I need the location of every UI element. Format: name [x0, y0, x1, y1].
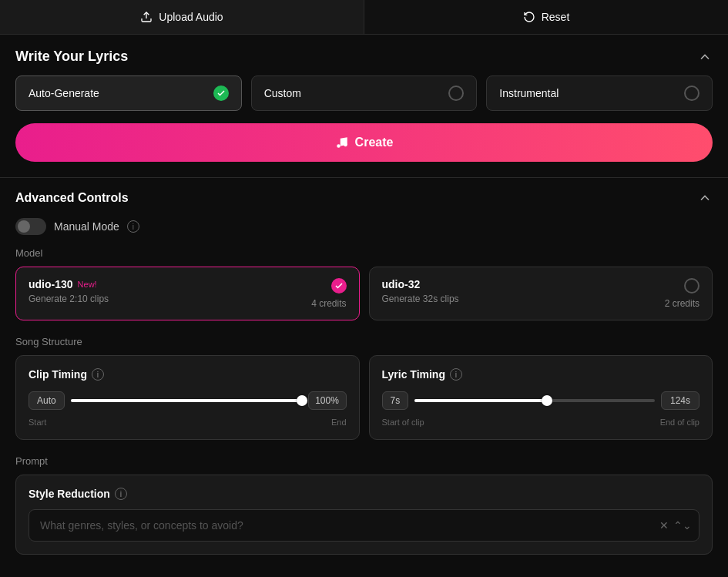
style-reduction-card: Style Reduction i ✕ ⌃⌄ [15, 475, 713, 555]
reset-button[interactable]: Reset [364, 0, 728, 34]
lyric-timing-value: 124s [661, 391, 699, 410]
model-card-right-udio-32: 2 credits [665, 278, 699, 309]
model-credits-udio-130: 4 credits [311, 298, 346, 309]
advanced-collapse-icon[interactable] [697, 190, 713, 206]
manual-mode-label: Manual Mode [54, 220, 119, 233]
advanced-controls-header: Advanced Controls [0, 178, 728, 218]
main-content: Write Your Lyrics Auto-Generate Custom I… [0, 35, 728, 555]
model-info-udio-130: udio-130 New! Generate 2:10 clips [29, 278, 109, 304]
model-check-icon [334, 281, 344, 290]
model-cards: udio-130 New! Generate 2:10 clips 4 cred… [0, 267, 728, 336]
reset-label: Reset [542, 11, 570, 23]
style-reduction-label: Style Reduction [29, 488, 110, 500]
model-credits-udio-32: 2 credits [665, 298, 699, 309]
reset-icon [523, 11, 535, 23]
clear-input-icon[interactable]: ✕ [659, 519, 669, 532]
model-desc-udio-130: Generate 2:10 clips [29, 294, 109, 304]
clip-timing-end-label: End [331, 418, 347, 427]
svg-point-2 [344, 143, 347, 147]
model-radio-udio-32 [684, 278, 699, 294]
advanced-controls-title: Advanced Controls [15, 191, 129, 205]
model-desc-udio-32: Generate 32s clips [382, 294, 459, 304]
music-note-icon [335, 136, 349, 149]
new-badge: New! [78, 280, 97, 289]
clip-timing-label: Clip Timing [29, 368, 87, 381]
upload-icon [140, 11, 153, 23]
check-icon [216, 89, 226, 98]
lyric-timing-end-label: End of clip [660, 418, 699, 427]
style-input-actions: ✕ ⌃⌄ [659, 519, 692, 532]
clip-timing-auto-tag: Auto [29, 391, 65, 410]
collapse-icon[interactable] [697, 49, 713, 65]
lyric-timing-title: Lyric Timing i [382, 368, 700, 381]
manual-mode-row: Manual Mode i [0, 218, 728, 247]
style-reduction-info-icon[interactable]: i [115, 488, 127, 500]
model-info-udio-32: udio-32 Generate 32s clips [382, 278, 459, 304]
style-reduction-title: Style Reduction i [29, 488, 699, 500]
lyric-timing-track[interactable] [414, 399, 655, 402]
clip-timing-start-label: Start [29, 418, 46, 427]
lyrics-tabs: Auto-Generate Custom Instrumental [0, 75, 728, 123]
model-card-right-udio-130: 4 credits [311, 278, 346, 309]
model-card-udio-130[interactable]: udio-130 New! Generate 2:10 clips 4 cred… [15, 267, 360, 320]
expand-input-icon[interactable]: ⌃⌄ [673, 519, 692, 532]
tab-auto-generate[interactable]: Auto-Generate [15, 75, 242, 111]
write-lyrics-header: Write Your Lyrics [0, 35, 728, 75]
tab-custom[interactable]: Custom [251, 75, 478, 111]
clip-timing-track[interactable] [71, 399, 302, 402]
clip-timing-value: 100% [308, 391, 347, 410]
lyric-timing-start-tag: 7s [382, 391, 409, 410]
advanced-controls-section: Advanced Controls Manual Mode i Model ud… [0, 178, 728, 555]
tab-instrumental-label: Instrumental [499, 87, 559, 99]
tab-auto-generate-check [213, 86, 229, 101]
tab-custom-label: Custom [264, 87, 301, 99]
manual-mode-info-icon[interactable]: i [127, 220, 139, 233]
lyric-timing-labels: Start of clip End of clip [382, 418, 700, 427]
tab-instrumental-radio [684, 86, 699, 101]
model-name-udio-32: udio-32 [382, 278, 459, 290]
lyric-timing-thumb[interactable] [542, 395, 552, 406]
clip-timing-card: Clip Timing i Auto 100% Start End [15, 355, 360, 440]
write-lyrics-title: Write Your Lyrics [15, 49, 128, 65]
top-bar: Upload Audio Reset [0, 0, 728, 35]
structure-cards: Clip Timing i Auto 100% Start End [0, 355, 728, 455]
clip-timing-info-icon[interactable]: i [92, 368, 104, 381]
prompt-section-label: Prompt [0, 455, 728, 475]
clip-timing-thumb[interactable] [297, 395, 307, 406]
model-name-udio-130: udio-130 New! [29, 278, 109, 290]
lyric-timing-info-icon[interactable]: i [450, 368, 462, 381]
tab-instrumental[interactable]: Instrumental [486, 75, 713, 111]
upload-audio-label: Upload Audio [159, 11, 223, 23]
model-active-check-udio-130 [331, 278, 347, 294]
style-reduction-input[interactable] [29, 509, 699, 542]
upload-audio-button[interactable]: Upload Audio [0, 0, 364, 34]
lyric-timing-fill [414, 399, 546, 402]
lyric-timing-start-label: Start of clip [382, 418, 424, 427]
clip-timing-labels: Start End [29, 418, 347, 427]
tab-auto-generate-label: Auto-Generate [29, 87, 99, 99]
clip-timing-title: Clip Timing i [29, 368, 347, 381]
song-structure-label: Song Structure [0, 336, 728, 355]
clip-timing-fill [71, 399, 302, 402]
model-card-udio-32[interactable]: udio-32 Generate 32s clips 2 credits [369, 267, 713, 320]
lyric-timing-slider-row: 7s 124s [382, 391, 700, 410]
create-button[interactable]: Create [15, 123, 713, 162]
manual-mode-toggle[interactable] [15, 218, 46, 235]
model-section-label: Model [0, 247, 728, 267]
clip-timing-slider-row: Auto 100% [29, 391, 347, 410]
lyric-timing-label: Lyric Timing [382, 368, 445, 381]
svg-point-1 [337, 144, 341, 148]
style-input-wrap: ✕ ⌃⌄ [29, 509, 699, 542]
tab-custom-radio [448, 86, 464, 101]
create-label: Create [355, 136, 394, 149]
lyric-timing-card: Lyric Timing i 7s 124s Start of clip End… [369, 355, 713, 440]
